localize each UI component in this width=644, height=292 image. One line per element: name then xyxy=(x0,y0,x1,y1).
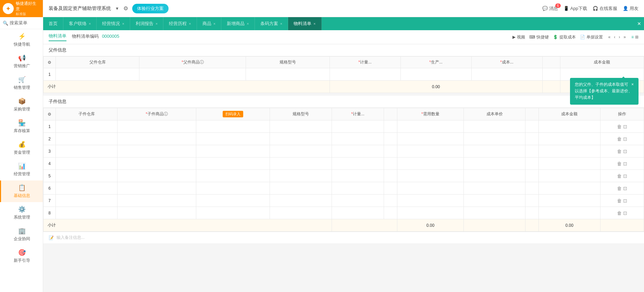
sidebar-item-enterprise[interactable]: 🏢 企业协同 xyxy=(0,224,43,245)
tab-customer-close[interactable]: × xyxy=(89,22,91,26)
child-row-8-unit-cost[interactable] xyxy=(463,207,525,219)
delete-icon-5[interactable]: 🗑 xyxy=(617,173,622,179)
sidebar-item-quick-nav[interactable]: ⚡ 快捷导航 xyxy=(0,29,43,51)
child-row-5-unit[interactable] xyxy=(332,170,384,182)
delete-icon-6[interactable]: 🗑 xyxy=(617,186,622,191)
child-row-5-goods[interactable] xyxy=(117,170,196,182)
tab-history[interactable]: 经营历程 × xyxy=(163,17,197,30)
grid-view-btn[interactable]: ⊞ xyxy=(635,35,639,39)
child-row-7-unit-cost[interactable] xyxy=(463,195,525,207)
parent-row-1-cost[interactable] xyxy=(471,68,542,81)
tab-goods-close[interactable]: × xyxy=(213,22,215,26)
child-row-3-goods[interactable] xyxy=(117,145,196,157)
parent-row-1-spec[interactable] xyxy=(246,68,330,81)
settings-icon[interactable]: ⚙ xyxy=(123,5,128,12)
system-dropdown[interactable]: ▼ xyxy=(115,6,119,11)
child-row-6-unit[interactable] xyxy=(332,182,384,195)
messages-button[interactable]: 💬 消息 6 xyxy=(542,5,558,12)
page-next-btn[interactable]: › xyxy=(617,34,621,40)
parent-row-1-unit[interactable] xyxy=(330,68,400,81)
tab-profit[interactable]: 利润报告 × xyxy=(130,17,163,30)
child-row-8-goods[interactable] xyxy=(117,207,196,219)
child-row-1-unit[interactable] xyxy=(332,120,384,133)
child-row-4-unit[interactable] xyxy=(332,157,384,170)
child-row-2-goods[interactable] xyxy=(117,133,196,145)
child-row-3-qty[interactable] xyxy=(397,145,463,157)
child-row-1-warehouse[interactable] xyxy=(56,120,117,133)
page-last-btn[interactable]: » xyxy=(622,34,627,40)
child-row-3-unit[interactable] xyxy=(332,145,384,157)
child-row-7-spec[interactable] xyxy=(270,195,332,207)
child-row-4-spec[interactable] xyxy=(270,157,332,170)
child-row-2-unit[interactable] xyxy=(332,133,384,145)
tab-bom-close[interactable]: × xyxy=(313,22,315,26)
tab-barcode[interactable]: 条码方案 × xyxy=(255,17,288,30)
copy-icon-3[interactable]: ⊡ xyxy=(623,149,627,154)
copy-icon-2[interactable]: ⊡ xyxy=(623,136,627,142)
close-nav-icon[interactable]: ✕ xyxy=(634,21,644,26)
tab-operations[interactable]: 经营情况 × xyxy=(97,17,130,30)
parent-row-1-warehouse[interactable] xyxy=(56,68,139,81)
child-row-6-warehouse[interactable] xyxy=(56,182,117,195)
sidebar-item-basic-info[interactable]: 📋 基础信息 xyxy=(0,180,43,202)
sidebar-item-purchase[interactable]: 📦 采购管理 xyxy=(0,94,43,116)
tab-bom[interactable]: 物料清单 × xyxy=(288,17,321,30)
copy-icon-5[interactable]: ⊡ xyxy=(623,173,627,179)
child-row-4-warehouse[interactable] xyxy=(56,157,117,170)
child-row-6-goods[interactable] xyxy=(117,182,196,195)
delete-icon-1[interactable]: 🗑 xyxy=(617,124,622,129)
parent-row-1-goods[interactable] xyxy=(139,68,246,81)
child-row-8-qty[interactable] xyxy=(397,207,463,219)
tab-operations-close[interactable]: × xyxy=(122,22,124,26)
child-row-3-warehouse[interactable] xyxy=(56,145,117,157)
child-row-7-goods[interactable] xyxy=(117,195,196,207)
shortcut-button[interactable]: ⌨ 快捷键 xyxy=(529,34,549,40)
child-row-7-qty[interactable] xyxy=(397,195,463,207)
child-row-3-spec[interactable] xyxy=(270,145,332,157)
parent-th-gear[interactable]: ⚙ xyxy=(44,57,56,68)
tab-add-goods-close[interactable]: × xyxy=(247,22,249,26)
child-row-8-spec[interactable] xyxy=(270,207,332,219)
tab-barcode-close[interactable]: × xyxy=(280,22,282,26)
copy-icon-4[interactable]: ⊡ xyxy=(623,161,627,166)
user-menu[interactable]: 👤 用友 xyxy=(623,5,639,12)
child-row-2-unit-cost[interactable] xyxy=(463,133,525,145)
trial-button[interactable]: 体验行业方案 xyxy=(132,4,169,13)
child-row-6-unit-cost[interactable] xyxy=(463,182,525,195)
online-service-button[interactable]: 🎧 在线客服 xyxy=(593,5,617,12)
delete-icon-7[interactable]: 🗑 xyxy=(617,198,622,203)
sidebar-item-marketing[interactable]: 📢 营销推广 xyxy=(0,51,43,72)
child-row-5-warehouse[interactable] xyxy=(56,170,117,182)
sidebar-item-system[interactable]: ⚙️ 系统管理 xyxy=(0,202,43,224)
sidebar-item-inventory[interactable]: 🏪 库存核算 xyxy=(0,116,43,137)
sub-tab-bom-list[interactable]: 物料清单 xyxy=(49,33,66,41)
child-row-2-spec[interactable] xyxy=(270,133,332,145)
copy-icon-7[interactable]: ⊡ xyxy=(623,198,627,203)
cost-button[interactable]: 💲 提取成本 xyxy=(553,34,576,40)
child-row-2-qty[interactable] xyxy=(397,133,463,145)
search-menu-item[interactable]: 🔍 搜索菜单 xyxy=(0,17,43,29)
copy-icon-6[interactable]: ⊡ xyxy=(623,186,627,191)
child-row-4-unit-cost[interactable] xyxy=(463,157,525,170)
settings-button[interactable]: 📄 单据设置 xyxy=(580,34,603,40)
scan-button[interactable]: 扫码录入 xyxy=(223,111,243,117)
child-row-7-warehouse[interactable] xyxy=(56,195,117,207)
delete-icon-2[interactable]: 🗑 xyxy=(617,136,622,142)
copy-icon-1[interactable]: ⊡ xyxy=(623,124,627,129)
delete-icon-4[interactable]: 🗑 xyxy=(617,161,622,166)
tooltip-close-btn[interactable]: × xyxy=(631,81,634,88)
child-row-1-qty[interactable] xyxy=(397,120,463,133)
child-row-6-spec[interactable] xyxy=(270,182,332,195)
delete-icon-3[interactable]: 🗑 xyxy=(617,149,622,154)
child-row-2-warehouse[interactable] xyxy=(56,133,117,145)
child-th-gear[interactable]: ⚙ xyxy=(44,108,56,120)
page-first-btn[interactable]: « xyxy=(607,34,612,40)
note-hint[interactable]: 输入备注信息... xyxy=(57,235,85,241)
app-download-button[interactable]: 📱 App下载 xyxy=(564,5,587,12)
tab-add-goods[interactable]: 新增商品 × xyxy=(221,17,255,30)
video-button[interactable]: ▶ 视频 xyxy=(512,34,525,40)
sidebar-item-guide[interactable]: 🎯 新手引导 xyxy=(0,245,43,267)
parent-row-1-production[interactable] xyxy=(400,68,471,81)
child-row-4-qty[interactable] xyxy=(397,157,463,170)
child-row-5-unit-cost[interactable] xyxy=(463,170,525,182)
